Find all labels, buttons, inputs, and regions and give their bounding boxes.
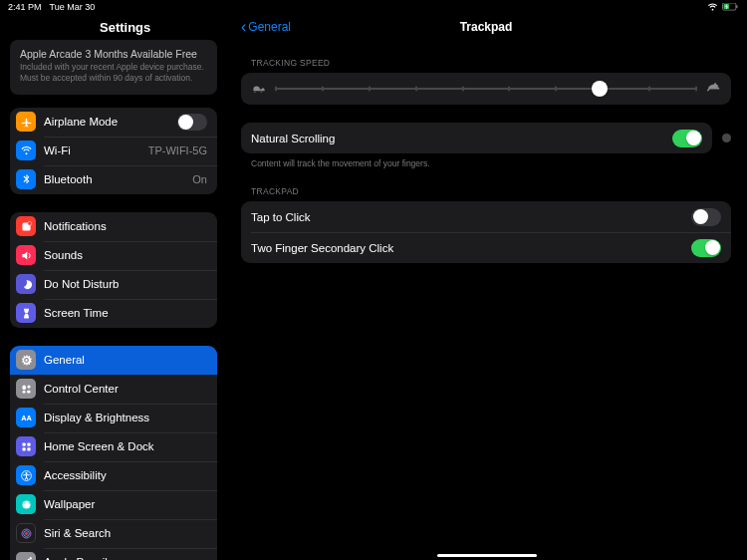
sidebar-item-siri[interactable]: Siri & Search [10, 519, 217, 548]
section-footer: Content will track the movement of your … [241, 158, 731, 168]
sidebar-item-wifi[interactable]: Wi-Fi TP-WIFI-5G [10, 137, 217, 165]
status-date: Tue Mar 30 [50, 2, 96, 12]
helper-dot [722, 134, 731, 142]
banner[interactable]: Apple Arcade 3 Months Available Free Inc… [10, 40, 217, 95]
status-time: 2:41 PM [8, 2, 42, 12]
bluetooth-icon [16, 169, 36, 189]
sidebar-item-dnd[interactable]: Do Not Disturb [10, 270, 217, 299]
tracking-speed-slider[interactable] [241, 73, 731, 105]
sidebar-item-display[interactable]: AA Display & Brightness [10, 404, 217, 432]
svg-rect-12 [22, 447, 25, 450]
svg-rect-5 [22, 385, 25, 390]
sidebar-item-wallpaper[interactable]: Wallpaper [10, 490, 217, 519]
svg-rect-13 [27, 447, 30, 450]
sidebar-item-label: Screen Time [44, 307, 207, 319]
battery-icon [722, 3, 739, 11]
wallpaper-icon [16, 494, 36, 514]
sidebar-item-label: Do Not Disturb [44, 278, 207, 290]
airplane-icon [16, 112, 36, 132]
sidebar[interactable]: Settings Apple Arcade 3 Months Available… [0, 14, 227, 560]
natural-scrolling-toggle[interactable] [672, 130, 702, 147]
tap-to-click-toggle[interactable] [691, 208, 721, 226]
sidebar-item-label: Airplane Mode [44, 116, 177, 128]
sidebar-item-accessibility[interactable]: Accessibility [10, 461, 217, 490]
status-bar: 2:41 PM Tue Mar 30 [0, 0, 747, 14]
wifi-icon [16, 140, 36, 160]
sidebar-item-sounds[interactable]: Sounds [10, 241, 217, 270]
sidebar-title: Settings [10, 14, 217, 40]
sidebar-item-notifications[interactable]: Notifications [10, 212, 217, 241]
airplane-toggle[interactable] [177, 114, 207, 131]
svg-point-7 [22, 391, 25, 394]
accessibility-icon [16, 465, 36, 485]
turtle-icon [251, 80, 267, 98]
row-natural-scrolling: Natural Scrolling [241, 123, 712, 153]
svg-point-15 [25, 472, 27, 474]
banner-title: Apple Arcade 3 Months Available Free [20, 48, 207, 60]
sidebar-item-pencil[interactable]: Apple Pencil [10, 548, 217, 560]
svg-point-6 [27, 385, 30, 388]
sidebar-item-screentime[interactable]: Screen Time [10, 299, 217, 328]
row-two-finger-click: Two Finger Secondary Click [241, 232, 731, 263]
sidebar-item-controlcenter[interactable]: Control Center [10, 375, 217, 404]
pencil-icon [16, 552, 36, 560]
sidebar-item-label: Home Screen & Dock [44, 440, 207, 452]
sidebar-item-label: Bluetooth [44, 173, 192, 185]
sidebar-item-label: Sounds [44, 249, 207, 261]
dnd-icon [16, 274, 36, 294]
svg-rect-8 [27, 391, 30, 394]
notifications-icon [16, 216, 36, 236]
homescreen-icon [16, 436, 36, 456]
content-area: ‹ General Trackpad TRACKING SPEED [227, 14, 747, 560]
banner-desc: Included with your recent Apple device p… [20, 62, 207, 85]
sidebar-item-homescreen[interactable]: Home Screen & Dock [10, 432, 217, 461]
wifi-value: TP-WIFI-5G [148, 144, 207, 156]
section-label-tracking: TRACKING SPEED [241, 58, 731, 68]
row-tap-to-click: Tap to Click [241, 201, 731, 232]
svg-point-19 [25, 532, 28, 535]
wifi-icon [707, 3, 718, 11]
sidebar-item-label: General [44, 354, 207, 366]
sidebar-item-label: Wallpaper [44, 498, 207, 510]
home-indicator[interactable] [437, 554, 537, 557]
sidebar-item-label: Accessibility [44, 469, 207, 481]
slider-knob[interactable] [592, 81, 608, 97]
svg-rect-2 [736, 5, 737, 8]
group-general: General Control Center AA Display & Brig… [10, 346, 217, 560]
sidebar-item-label: Display & Brightness [44, 412, 207, 423]
svg-rect-10 [22, 442, 25, 445]
svg-rect-11 [27, 442, 30, 445]
back-label: General [248, 20, 291, 34]
section-label-trackpad: TRACKPAD [241, 186, 731, 196]
sidebar-item-general[interactable]: General [10, 346, 217, 375]
controlcenter-icon [16, 379, 36, 399]
sidebar-item-bluetooth[interactable]: Bluetooth On [10, 165, 217, 194]
row-label: Two Finger Secondary Click [251, 242, 691, 254]
back-button[interactable]: ‹ General [241, 19, 291, 35]
sidebar-item-label: Apple Pencil [44, 556, 207, 560]
sounds-icon [16, 245, 36, 265]
sidebar-item-label: Control Center [44, 383, 207, 395]
group-notifications: Notifications Sounds Do Not Disturb Scre… [10, 212, 217, 328]
two-finger-click-toggle[interactable] [691, 239, 721, 257]
sidebar-item-label: Wi-Fi [44, 144, 148, 156]
sidebar-item-label: Notifications [44, 220, 207, 232]
group-connectivity: Airplane Mode Wi-Fi TP-WIFI-5G Bluetooth… [10, 108, 217, 194]
sidebar-item-airplane[interactable]: Airplane Mode [10, 108, 217, 137]
sidebar-item-label: Siri & Search [44, 527, 207, 539]
svg-text:AA: AA [21, 414, 32, 422]
bluetooth-value: On [192, 173, 207, 185]
row-label: Natural Scrolling [251, 133, 672, 144]
svg-point-4 [27, 221, 31, 225]
display-icon: AA [16, 408, 36, 427]
row-label: Tap to Click [251, 211, 691, 223]
page-title: Trackpad [460, 20, 513, 34]
general-icon [16, 350, 36, 370]
siri-icon [16, 523, 36, 543]
rabbit-icon [705, 80, 721, 98]
screentime-icon [16, 303, 36, 323]
chevron-left-icon: ‹ [241, 19, 246, 35]
